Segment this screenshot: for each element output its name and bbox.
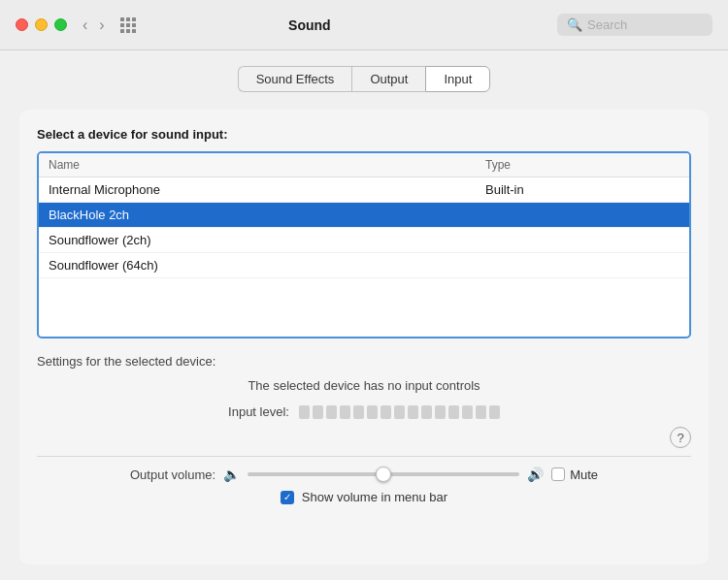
minimize-button[interactable] xyxy=(35,18,48,31)
device-name: Internal Microphone xyxy=(49,182,485,197)
tab-sound-effects[interactable]: Sound Effects xyxy=(238,66,352,92)
settings-panel: Select a device for sound input: Name Ty… xyxy=(19,110,709,564)
output-volume-row: Output volume: 🔈 🔊 Mute xyxy=(37,467,691,482)
device-name: Soundflower (2ch) xyxy=(49,233,485,247)
level-bar xyxy=(448,405,459,419)
search-placeholder: Search xyxy=(587,17,627,32)
help-row: ? xyxy=(37,427,691,448)
level-bar xyxy=(476,405,486,419)
col-name-header: Name xyxy=(49,158,485,172)
bottom-controls: Output volume: 🔈 🔊 Mute ✓ Show volume in… xyxy=(37,456,691,504)
search-box[interactable]: 🔍 Search xyxy=(557,14,712,36)
mute-checkbox[interactable] xyxy=(551,467,565,481)
device-name: BlackHole 2ch xyxy=(49,208,485,222)
table-spacer xyxy=(39,278,689,337)
device-type: Built-in xyxy=(485,182,679,197)
device-table: Name Type Internal Microphone Built-in B… xyxy=(37,151,691,338)
select-device-label: Select a device for sound input: xyxy=(37,127,691,142)
volume-high-icon: 🔊 xyxy=(527,467,544,482)
table-row[interactable]: Soundflower (2ch) xyxy=(39,228,689,253)
tab-bar: Sound Effects Output Input xyxy=(19,66,709,92)
level-bar xyxy=(340,405,350,419)
table-row[interactable]: Internal Microphone Built-in xyxy=(39,177,689,203)
show-volume-label: Show volume in menu bar xyxy=(302,490,447,504)
mute-row: Mute xyxy=(551,467,598,482)
table-row[interactable]: Soundflower (64ch) xyxy=(39,253,689,278)
input-level-bars xyxy=(299,405,500,419)
input-level-row: Input level: xyxy=(37,404,691,419)
titlebar: ‹ › Sound 🔍 Search xyxy=(0,0,728,50)
search-icon: 🔍 xyxy=(567,17,582,32)
table-header: Name Type xyxy=(39,153,689,177)
level-bar xyxy=(462,405,473,419)
close-button[interactable] xyxy=(16,18,28,31)
mute-label: Mute xyxy=(570,467,598,482)
window-title: Sound xyxy=(74,17,546,33)
level-bar xyxy=(367,405,378,419)
volume-low-icon: 🔈 xyxy=(223,467,240,482)
show-volume-row: ✓ Show volume in menu bar xyxy=(37,490,691,504)
col-type-header: Type xyxy=(485,158,679,172)
level-bar xyxy=(394,405,405,419)
volume-slider[interactable] xyxy=(248,472,519,476)
table-row[interactable]: BlackHole 2ch xyxy=(39,203,689,228)
level-bar xyxy=(381,405,391,419)
level-bar xyxy=(421,405,432,419)
main-content: Sound Effects Output Input Select a devi… xyxy=(0,50,728,580)
level-bar xyxy=(299,405,310,419)
output-volume-label: Output volume: xyxy=(130,467,215,482)
level-bar xyxy=(408,405,418,419)
tab-input[interactable]: Input xyxy=(425,66,490,92)
no-controls-message: The selected device has no input control… xyxy=(37,378,691,393)
volume-slider-thumb[interactable] xyxy=(376,467,391,482)
device-name: Soundflower (64ch) xyxy=(49,258,485,273)
input-level-label: Input level: xyxy=(228,404,289,419)
fullscreen-button[interactable] xyxy=(54,18,67,31)
level-bar xyxy=(435,405,446,419)
tab-output[interactable]: Output xyxy=(351,66,425,92)
level-bar xyxy=(313,405,323,419)
level-bar xyxy=(353,405,364,419)
help-button[interactable]: ? xyxy=(670,427,691,448)
settings-label: Settings for the selected device: xyxy=(37,354,691,369)
level-bar xyxy=(489,405,500,419)
level-bar xyxy=(326,405,337,419)
traffic-lights xyxy=(16,18,67,31)
show-volume-checkbox[interactable]: ✓ xyxy=(281,491,294,504)
